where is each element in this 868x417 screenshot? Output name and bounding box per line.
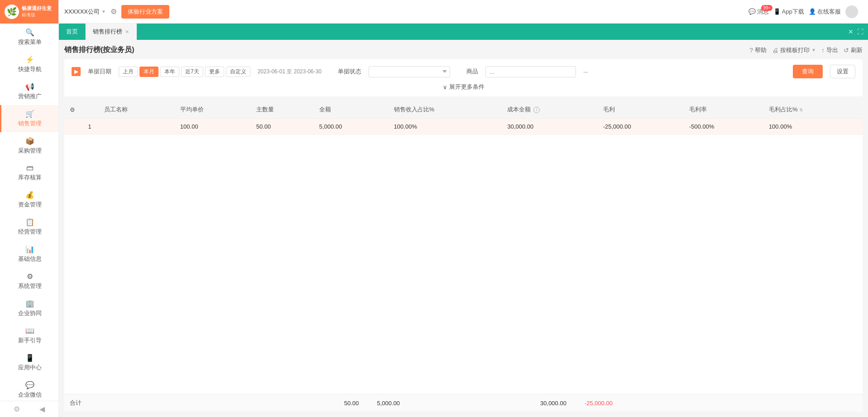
basic-icon: 📊	[25, 245, 34, 254]
sidebar-item-operations[interactable]: 📋 经营管理	[0, 213, 58, 240]
date-btn-last-month[interactable]: 上月	[119, 67, 138, 77]
tab-maximize-icon[interactable]: ⛶	[857, 28, 863, 35]
status-filter-label: 单据状态	[338, 67, 361, 76]
tab-actions: ✕ ⛶	[844, 28, 868, 35]
industry-btn[interactable]: 体验行业方案	[121, 5, 169, 19]
guide-label: 新手引导	[18, 336, 42, 345]
sidebar-item-appstore[interactable]: 📱 应用中心	[0, 349, 58, 376]
marketing-icon: 📢	[25, 82, 34, 91]
print-arrow-icon: ▼	[811, 48, 816, 53]
status-select-wrapper	[369, 66, 450, 77]
row-gross: -25,000.00	[598, 119, 684, 135]
sidebar-item-sales[interactable]: 🛒 销售管理	[0, 105, 58, 132]
avatar[interactable]	[845, 5, 858, 18]
col-header-name: 员工名称	[99, 101, 175, 119]
expand-label: 展开更多条件	[449, 83, 484, 91]
online-service-btn[interactable]: 👤 在线客服	[809, 8, 841, 16]
filter-bar: ▶ 单据日期 上月 本月 本年 近7天 更多 自定义 2023-06-01 至 …	[64, 59, 863, 96]
sidebar-item-wechat[interactable]: 💬 企业微信	[0, 376, 58, 401]
basic-label: 基础信息	[18, 255, 42, 263]
table-footer: 合计 50.00 5,000.00 30,000.00 -25,000.00	[64, 394, 863, 412]
tab-sales-rank[interactable]: 销售排行榜 ✕	[86, 24, 137, 40]
col-header-rank	[81, 101, 99, 119]
help-label: 帮助	[755, 46, 767, 54]
refresh-btn[interactable]: ↺ 刷新	[844, 46, 863, 54]
print-btn[interactable]: 🖨 按模板打印 ▼	[772, 46, 816, 54]
date-btn-more[interactable]: 更多	[205, 67, 224, 77]
message-btn[interactable]: 💬 消息 99+	[748, 8, 769, 16]
app-icon: 📱	[773, 8, 781, 15]
filter-expand-row[interactable]: ∨ 展开更多条件	[72, 83, 855, 91]
refresh-icon: ↺	[844, 47, 849, 54]
sidebar-logo: 🌿 畅康通好生意 标准版	[0, 0, 58, 24]
date-btn-this-year[interactable]: 本年	[160, 67, 179, 77]
finance-label: 资金管理	[18, 201, 42, 209]
wechat-icon: 💬	[25, 381, 34, 389]
sidebar-item-shortcut[interactable]: ⚡ 快捷导航	[0, 51, 58, 78]
settings-footer-icon[interactable]: ⚙	[14, 405, 20, 413]
page-header: 销售排行榜(按业务员) ? 帮助 🖨 按模板打印 ▼ ↑ 导出 ↺ 刷新	[64, 45, 863, 55]
date-btn-this-month[interactable]: 本月	[139, 67, 158, 77]
footer-gross: -25,000.00	[575, 400, 613, 407]
app-download-btn[interactable]: 📱 App下载	[773, 8, 804, 16]
settings-btn[interactable]: 设置	[830, 65, 855, 78]
company-name: XXXXXX公司	[64, 8, 100, 16]
system-label: 系统管理	[18, 282, 42, 290]
col-header-gross-pct: 毛利占比% ⇅	[763, 101, 863, 119]
settings-icon[interactable]: ⚙	[110, 7, 117, 16]
refresh-label: 刷新	[851, 46, 863, 54]
help-icon: ?	[749, 47, 753, 54]
sales-icon: 🛒	[25, 110, 34, 118]
row-name	[99, 119, 175, 135]
sidebar-item-search[interactable]: 🔍 搜索菜单	[0, 24, 58, 51]
row-amount: 5,000.00	[314, 119, 388, 135]
tab-sales-rank-close[interactable]: ✕	[125, 29, 129, 35]
col-header-amount: 全额	[314, 101, 388, 119]
gross-pct-sort-icon[interactable]: ⇅	[799, 107, 803, 112]
tab-home-label: 首页	[66, 28, 78, 36]
help-btn[interactable]: ? 帮助	[749, 46, 767, 54]
purchase-icon: 📦	[25, 137, 34, 145]
sidebar-item-purchase[interactable]: 📦 采购管理	[0, 132, 58, 159]
row-avg-price: 100.00	[175, 119, 251, 135]
cost-info-icon[interactable]: i	[533, 107, 540, 113]
row-sales-pct: 100.00%	[388, 119, 502, 135]
print-icon: 🖨	[772, 47, 778, 54]
table-row: 1 100.00 50.00 5,000.00 100.00% 30,000.0…	[64, 119, 863, 135]
appstore-label: 应用中心	[18, 364, 42, 372]
tab-home[interactable]: 首页	[59, 24, 86, 40]
date-btn-7days[interactable]: 近7天	[181, 67, 203, 77]
operations-icon: 📋	[25, 218, 34, 226]
app-label: App下载	[782, 8, 804, 16]
sidebar-item-basic[interactable]: 📊 基础信息	[0, 240, 58, 268]
sidebar-footer: ⚙ ◀	[0, 401, 58, 417]
row-gross-rate: -500.00%	[684, 119, 763, 135]
query-btn[interactable]: 查询	[793, 65, 823, 78]
status-select[interactable]	[369, 66, 450, 77]
sidebar-item-finance[interactable]: 💰 资金管理	[0, 186, 58, 213]
collapse-icon[interactable]: ◀	[39, 405, 45, 413]
sidebar-item-guide[interactable]: 📖 新手引导	[0, 322, 58, 349]
export-label: 导出	[826, 46, 838, 54]
sidebar-item-enterprise[interactable]: 🏢 企业协同	[0, 295, 58, 322]
sidebar-item-marketing[interactable]: 📢 营销推广	[0, 78, 58, 105]
sidebar-item-inventory[interactable]: 🗃 库存核算	[0, 159, 58, 186]
sidebar-item-system[interactable]: ⚙ 系统管理	[0, 268, 58, 295]
finance-icon: 💰	[25, 191, 34, 199]
tabbar: 首页 销售排行榜 ✕ ✕ ⛶	[59, 24, 868, 40]
company-selector[interactable]: XXXXXX公司 ▼	[64, 8, 106, 16]
expand-chevron-icon: ∨	[443, 84, 447, 91]
content-area: 销售排行榜(按业务员) ? 帮助 🖨 按模板打印 ▼ ↑ 导出 ↺ 刷新	[59, 40, 868, 417]
goods-input[interactable]	[485, 66, 576, 77]
wechat-label: 企业微信	[18, 391, 42, 399]
footer-amount: 5,000.00	[368, 400, 400, 407]
date-btn-custom[interactable]: 自定义	[226, 67, 250, 77]
operations-label: 经营管理	[18, 228, 42, 236]
export-btn[interactable]: ↑ 导出	[821, 46, 838, 54]
col-header-cost: 成本全额 i	[502, 101, 597, 119]
purchase-label: 采购管理	[18, 147, 42, 155]
guide-icon: 📖	[25, 326, 34, 335]
tab-close-window-icon[interactable]: ✕	[848, 28, 854, 35]
filter-more-icon: ···	[583, 68, 588, 75]
filter-expand-toggle[interactable]: ▶	[72, 67, 81, 76]
